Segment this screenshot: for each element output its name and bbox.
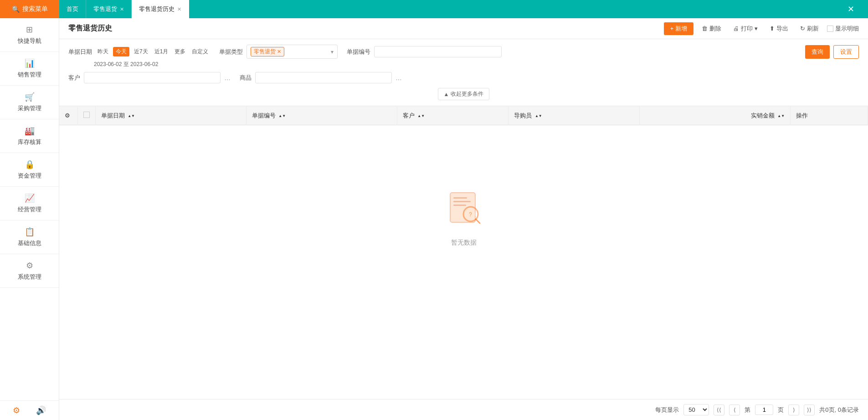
content-area: 零售退货历史 + 新增 🗑 删除 🖨 打印 ▾ ⬆ 导出 ↻ bbox=[59, 18, 868, 420]
sidebar-icon-inventory: 🏭 bbox=[25, 126, 35, 136]
sidebar-label-purchase-mgmt: 采购管理 bbox=[18, 104, 41, 113]
sidebar-icon-purchase-mgmt: 🛒 bbox=[25, 92, 35, 102]
shortcut-1month[interactable]: 近1月 bbox=[153, 47, 170, 56]
tab-retail-return-history[interactable]: 零售退货历史✕ bbox=[132, 0, 189, 18]
tab-close-retail-return[interactable]: ✕ bbox=[120, 6, 124, 12]
prev-page-button[interactable]: ⟨ bbox=[729, 405, 740, 415]
sidebar-settings-icon[interactable]: ⚙ bbox=[13, 405, 20, 415]
th-date[interactable]: 单据日期 ▲▼ bbox=[95, 107, 246, 125]
page-label: 第 bbox=[745, 406, 750, 414]
th-action: 操作 bbox=[791, 107, 868, 125]
sidebar-label-sales-mgmt: 销售管理 bbox=[18, 71, 41, 79]
print-icon: 🖨 bbox=[733, 25, 739, 32]
shortcut-more[interactable]: 更多 bbox=[173, 47, 187, 56]
top-bar: 🔍 搜索菜单 首页零售退货✕零售退货历史✕ ✕ bbox=[0, 0, 868, 18]
sidebar-label-inventory: 库存核算 bbox=[18, 138, 41, 146]
search-bar[interactable]: 🔍 搜索菜单 bbox=[0, 0, 59, 18]
refresh-button[interactable]: ↻ 刷新 bbox=[796, 23, 822, 35]
empty-state: ? 暂无数据 bbox=[59, 125, 868, 307]
sort-number-icon: ▲▼ bbox=[278, 114, 286, 118]
per-page-select[interactable]: 50 10 20 100 bbox=[683, 404, 709, 415]
doc-number-input[interactable] bbox=[374, 46, 502, 57]
shortcut-7days[interactable]: 近7天 bbox=[132, 47, 150, 56]
query-button[interactable]: 查询 bbox=[805, 45, 830, 59]
sidebar-item-inventory[interactable]: 🏭库存核算 bbox=[0, 119, 59, 153]
sidebar-icon-system-mgmt: ⚙ bbox=[26, 261, 33, 271]
header-actions: + 新增 🗑 删除 🖨 打印 ▾ ⬆ 导出 ↻ 刷新 bbox=[664, 22, 859, 35]
doc-type-remove[interactable]: ✕ bbox=[277, 49, 281, 55]
sidebar-item-purchase-mgmt[interactable]: 🛒采购管理 bbox=[0, 86, 59, 119]
delete-button[interactable]: 🗑 删除 bbox=[698, 23, 725, 35]
sort-customer-icon: ▲▼ bbox=[417, 114, 425, 118]
th-guide[interactable]: 导购员 ▲▼ bbox=[508, 107, 640, 125]
collapse-button[interactable]: ▲ 收起更多条件 bbox=[438, 88, 490, 100]
doc-type-select[interactable]: 零售退货 ✕ ▾ bbox=[247, 45, 338, 59]
last-page-button[interactable]: ⟩⟩ bbox=[804, 405, 815, 415]
th-amount[interactable]: 实销金额 ▲▼ bbox=[640, 107, 791, 125]
filter-row-2: 客户 … 商品 … bbox=[68, 72, 859, 83]
svg-line-6 bbox=[476, 219, 480, 223]
empty-text: 暂无数据 bbox=[451, 239, 477, 247]
goods-more-icon[interactable]: … bbox=[395, 74, 402, 82]
sidebar-icon-finance: 🔒 bbox=[25, 159, 35, 169]
show-detail-checkbox[interactable] bbox=[827, 26, 833, 32]
svg-rect-2 bbox=[453, 201, 471, 202]
th-checkbox[interactable] bbox=[77, 107, 95, 125]
goods-label: 商品 bbox=[240, 74, 252, 82]
filter-area: 单据日期 昨天 今天 近7天 近1月 更多 自定义 单据类型 bbox=[59, 39, 868, 106]
sidebar-item-business-mgmt[interactable]: 📈经营管理 bbox=[0, 187, 59, 220]
tab-close-retail-return-history[interactable]: ✕ bbox=[177, 6, 181, 12]
date-range-display: 2023-06-02 至 2023-06-02 bbox=[94, 61, 158, 67]
sidebar-item-finance[interactable]: 🔒资金管理 bbox=[0, 153, 59, 187]
date-filter-label: 单据日期 bbox=[68, 48, 92, 56]
doc-type-label: 单据类型 bbox=[219, 48, 243, 56]
refresh-icon: ↻ bbox=[800, 25, 805, 32]
page-input[interactable] bbox=[755, 405, 773, 415]
collapse-up-icon: ▲ bbox=[444, 91, 449, 97]
svg-rect-3 bbox=[453, 205, 466, 206]
sidebar-icon-basic-info: 📋 bbox=[25, 227, 35, 237]
doc-type-tag: 零售退货 ✕ bbox=[251, 47, 284, 56]
th-number[interactable]: 单据编号 ▲▼ bbox=[246, 107, 397, 125]
tab-retail-return[interactable]: 零售退货✕ bbox=[86, 0, 132, 18]
shortcut-custom[interactable]: 自定义 bbox=[190, 47, 210, 56]
customer-input[interactable] bbox=[84, 72, 221, 83]
sidebar-item-system-mgmt[interactable]: ⚙系统管理 bbox=[0, 254, 59, 288]
table-area: ⚙ 单据日期 ▲▼ 单据编号 ▲▼ 客户 bbox=[59, 107, 868, 399]
th-settings[interactable]: ⚙ bbox=[59, 107, 77, 125]
print-button[interactable]: 🖨 打印 ▾ bbox=[729, 23, 761, 35]
tab-home[interactable]: 首页 bbox=[59, 0, 86, 18]
first-page-button[interactable]: ⟨⟨ bbox=[714, 405, 724, 415]
doc-number-filter-group: 单据编号 bbox=[347, 46, 502, 57]
doc-number-label: 单据编号 bbox=[347, 48, 370, 56]
page-header: 零售退货历史 + 新增 🗑 删除 🖨 打印 ▾ ⬆ 导出 ↻ bbox=[59, 18, 868, 39]
goods-input[interactable] bbox=[255, 72, 392, 83]
window-close-button[interactable]: ✕ bbox=[843, 4, 859, 14]
sidebar: ⊞快捷导航📊销售管理🛒采购管理🏭库存核算🔒资金管理📈经营管理📋基础信息⚙系统管理… bbox=[0, 18, 59, 420]
customer-more-icon[interactable]: … bbox=[224, 74, 231, 82]
delete-icon: 🗑 bbox=[702, 25, 708, 32]
sort-date-icon: ▲▼ bbox=[128, 114, 135, 118]
next-page-button[interactable]: ⟩ bbox=[788, 405, 799, 415]
sidebar-item-sales-mgmt[interactable]: 📊销售管理 bbox=[0, 52, 59, 86]
sort-amount-icon: ▲▼ bbox=[777, 114, 785, 118]
svg-rect-1 bbox=[453, 197, 467, 199]
filter-row-1: 单据日期 昨天 今天 近7天 近1月 更多 自定义 单据类型 bbox=[68, 45, 859, 59]
sidebar-item-basic-info[interactable]: 📋基础信息 bbox=[0, 220, 59, 254]
page-unit: 页 bbox=[778, 406, 784, 414]
show-detail-toggle[interactable]: 显示明细 bbox=[827, 25, 859, 33]
main-layout: ⊞快捷导航📊销售管理🛒采购管理🏭库存核算🔒资金管理📈经营管理📋基础信息⚙系统管理… bbox=[0, 18, 868, 420]
sidebar-volume-icon[interactable]: 🔊 bbox=[36, 405, 46, 415]
shortcut-today[interactable]: 今天 bbox=[113, 47, 129, 56]
settings-button[interactable]: 设置 bbox=[833, 45, 859, 59]
th-customer[interactable]: 客户 ▲▼ bbox=[397, 107, 508, 125]
print-dropdown-icon: ▾ bbox=[755, 25, 758, 32]
shortcut-yesterday[interactable]: 昨天 bbox=[96, 47, 110, 56]
svg-text:?: ? bbox=[469, 211, 472, 218]
total-label: 共0页, 0条记录 bbox=[819, 406, 859, 414]
export-button[interactable]: ⬆ 导出 bbox=[766, 23, 792, 35]
date-shortcuts: 昨天 今天 近7天 近1月 更多 自定义 bbox=[96, 47, 210, 56]
new-button[interactable]: + 新增 bbox=[664, 22, 693, 35]
search-icon: 🔍 bbox=[12, 5, 20, 13]
sidebar-item-quick-nav[interactable]: ⊞快捷导航 bbox=[0, 18, 59, 52]
